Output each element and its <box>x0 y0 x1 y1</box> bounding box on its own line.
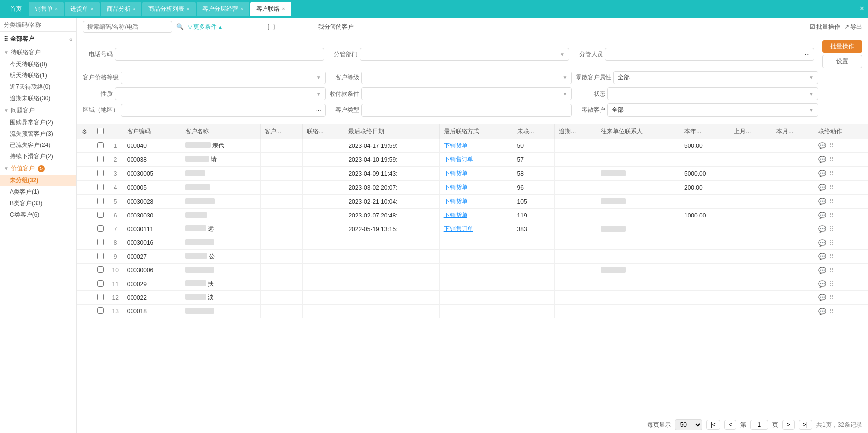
last-method-link-3[interactable]: 下销货单 <box>444 184 467 191</box>
sidebar-item-class-b[interactable]: B类客户(33) <box>0 198 76 209</box>
my-customers-checkbox[interactable] <box>227 24 316 30</box>
close-product-analysis-icon[interactable]: × <box>133 6 135 12</box>
search-input[interactable] <box>83 21 172 33</box>
sidebar-item-7days-pending[interactable]: 近7天待联络(0) <box>0 81 76 93</box>
th-this-year[interactable]: 本年... <box>680 124 730 139</box>
last-method-link-5[interactable]: 下销货单 <box>444 212 467 218</box>
section-pending-contact[interactable]: ▼ 待联络客户 <box>0 46 76 59</box>
row-check-8[interactable] <box>93 250 108 264</box>
row-checkbox-5[interactable] <box>97 212 104 218</box>
action-grid-icon-6[interactable]: ⠿ <box>829 225 834 233</box>
filter-status-input[interactable]: ▼ <box>607 87 818 100</box>
sidebar-item-class-c[interactable]: C类客户(6) <box>0 209 76 220</box>
row-checkbox-7[interactable] <box>97 239 104 245</box>
last-page-btn[interactable]: >| <box>799 420 812 430</box>
th-contact[interactable]: 联络... <box>302 124 344 139</box>
row-last-method-2[interactable]: 下销货单 <box>439 167 513 181</box>
row-checkbox-3[interactable] <box>97 184 104 190</box>
row-last-method-9[interactable] <box>439 264 513 277</box>
action-grid-icon-3[interactable]: ⠿ <box>829 184 834 191</box>
section-problem-customers[interactable]: ▼ 问题客户 <box>0 104 76 117</box>
th-unit-contact[interactable]: 往来单位联系人 <box>597 124 680 139</box>
nav-tab-home[interactable]: 首页 <box>4 2 28 16</box>
nav-tab-product-analysis[interactable]: 商品分析 × <box>101 2 141 16</box>
last-method-link-1[interactable]: 下销售订单 <box>444 156 473 163</box>
select-all-checkbox[interactable] <box>97 128 104 134</box>
action-chat-icon-0[interactable]: 💬 <box>818 142 826 149</box>
my-customers-checkbox-container[interactable]: 我分管的客户 <box>227 23 354 31</box>
action-grid-icon-2[interactable]: ⠿ <box>829 170 834 177</box>
filter-phone-input[interactable] <box>115 48 324 61</box>
action-grid-icon-12[interactable]: ⠿ <box>829 308 834 315</box>
all-customers-title[interactable]: ⠿ 全部客户 « <box>0 32 76 46</box>
action-chat-icon-10[interactable]: 💬 <box>818 280 826 288</box>
filter-dept-input[interactable]: ▼ <box>360 48 569 61</box>
th-last-date[interactable]: 最后联络日期 <box>344 124 439 139</box>
close-purchase-icon[interactable]: × <box>90 6 93 12</box>
export-btn[interactable]: ↗ 导出 <box>844 23 862 31</box>
nav-tab-product-list[interactable]: 商品分析列表 × <box>142 2 195 16</box>
close-sales-icon[interactable]: × <box>55 6 58 12</box>
action-grid-icon-1[interactable]: ⠿ <box>829 156 834 163</box>
row-check-4[interactable] <box>93 195 108 209</box>
action-grid-icon-4[interactable]: ⠿ <box>829 198 834 205</box>
action-chat-icon-11[interactable]: 💬 <box>818 294 826 301</box>
row-checkbox-9[interactable] <box>97 266 104 273</box>
last-method-link-4[interactable]: 下销货单 <box>444 198 467 205</box>
action-chat-icon-9[interactable]: 💬 <box>818 267 826 274</box>
close-customer-segment-icon[interactable]: × <box>240 6 243 12</box>
nav-tab-sales[interactable]: 销售单 × <box>29 2 64 16</box>
action-grid-icon-7[interactable]: ⠿ <box>829 239 834 247</box>
section-value-customers[interactable]: ▼ 价值客户 ↻ <box>0 162 76 175</box>
row-check-12[interactable] <box>93 305 108 318</box>
th-this-month[interactable]: 本月... <box>772 124 814 139</box>
action-grid-icon-11[interactable]: ⠿ <box>829 294 834 301</box>
action-chat-icon-8[interactable]: 💬 <box>818 253 826 260</box>
row-last-method-11[interactable] <box>439 291 513 305</box>
th-no-contact[interactable]: 未联... <box>513 124 555 139</box>
nav-tab-customer-contact[interactable]: 客户联络 × <box>250 2 291 16</box>
action-grid-icon-10[interactable]: ⠿ <box>829 280 834 288</box>
sidebar-item-declining[interactable]: 持续下滑客户(2) <box>0 151 76 162</box>
row-last-method-10[interactable] <box>439 277 513 291</box>
row-check-7[interactable] <box>93 236 108 250</box>
nav-tab-customer-segment[interactable]: 客户分层经营 × <box>197 2 249 16</box>
row-last-method-6[interactable]: 下销售订单 <box>439 222 513 236</box>
row-checkbox-10[interactable] <box>97 280 104 287</box>
close-product-list-icon[interactable]: × <box>186 6 189 12</box>
batch-ops-btn[interactable]: ☑ 批量操作 <box>810 23 840 31</box>
th-overdue[interactable]: 逾期... <box>555 124 597 139</box>
sidebar-item-class-a[interactable]: A类客户(1) <box>0 186 76 198</box>
row-checkbox-0[interactable] <box>97 142 104 148</box>
th-code[interactable]: 客户编码 <box>123 124 181 139</box>
per-page-select[interactable]: 50 100 200 <box>675 419 702 430</box>
th-checkbox[interactable] <box>93 124 108 139</box>
filter-retail-attr-input[interactable]: 全部▼ <box>613 71 818 84</box>
row-check-9[interactable] <box>93 264 108 277</box>
filter-payment-input[interactable]: ▼ <box>361 87 572 100</box>
row-checkbox-1[interactable] <box>97 156 104 162</box>
action-chat-icon-7[interactable]: 💬 <box>818 239 826 247</box>
th-type[interactable]: 客户... <box>260 124 302 139</box>
next-page-btn[interactable]: > <box>782 420 795 430</box>
filter-customer-type-input[interactable] <box>361 104 572 117</box>
sidebar-item-churned[interactable]: 已流失客户(24) <box>0 140 76 151</box>
row-last-method-4[interactable]: 下销货单 <box>439 195 513 209</box>
filter-manager-input[interactable]: ··· <box>605 48 814 61</box>
row-last-method-0[interactable]: 下销货单 <box>439 139 513 153</box>
sidebar-item-abnormal[interactable]: 囤购异常客户(2) <box>0 117 76 128</box>
filter-nature-input[interactable]: ▼ <box>115 87 326 100</box>
action-chat-icon-1[interactable]: 💬 <box>818 156 826 163</box>
query-button[interactable]: 批量操作 <box>822 40 862 53</box>
row-check-2[interactable] <box>93 167 108 181</box>
filter-search-icon[interactable]: 🔍 <box>176 23 184 30</box>
row-last-method-3[interactable]: 下销货单 <box>439 181 513 195</box>
last-method-link-6[interactable]: 下销售订单 <box>444 225 473 232</box>
sidebar-item-unclassified[interactable]: 未分组(32) <box>0 175 76 186</box>
action-chat-icon-3[interactable]: 💬 <box>818 184 826 191</box>
last-method-link-2[interactable]: 下销货单 <box>444 170 467 177</box>
close-customer-contact-icon[interactable]: × <box>282 6 285 12</box>
row-last-method-7[interactable] <box>439 236 513 250</box>
row-check-5[interactable] <box>93 209 108 222</box>
row-last-method-5[interactable]: 下销货单 <box>439 209 513 222</box>
